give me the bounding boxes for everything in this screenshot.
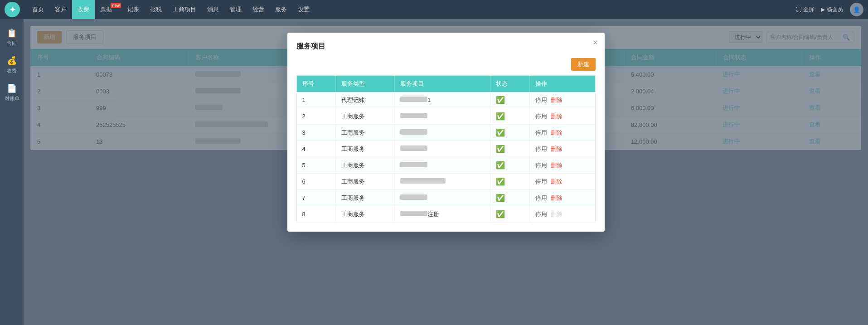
modal-table-row: 2 工商服务 ✅ 停用 删除: [296, 108, 595, 125]
modal-cell-type: 工商服务: [335, 174, 394, 190]
modal-cell-actions: 停用 删除: [529, 174, 595, 190]
nav-message[interactable]: 消息: [202, 0, 224, 19]
delete-button[interactable]: 删除: [551, 97, 563, 103]
modal-cell-type: 工商服务: [335, 206, 394, 223]
modal-table-row: 3 工商服务 ✅ 停用 删除: [296, 125, 595, 141]
modal-cell-index: 4: [296, 141, 335, 157]
nav-items: 首页 客户 收费 票据 new 记账 报税 工商项目 消息 管理 经营 服务 设…: [27, 0, 796, 19]
stop-button[interactable]: 停用: [535, 113, 547, 120]
nav-operation[interactable]: 经营: [247, 0, 270, 19]
delete-button[interactable]: 删除: [551, 162, 563, 169]
stop-button[interactable]: 停用: [535, 97, 547, 103]
delete-button[interactable]: 删除: [551, 146, 563, 152]
modal-new-button[interactable]: 新建: [571, 58, 596, 71]
modal-table-row: 4 工商服务 ✅ 停用 删除: [296, 141, 595, 157]
modal-table-row: 5 工商服务 ✅ 停用 删除: [296, 157, 595, 174]
sidebar-item-fee[interactable]: 💰 收费: [0, 51, 24, 79]
nav-settings[interactable]: 设置: [292, 0, 315, 19]
modal-table: 序号 服务类型 服务项目 状态 操作 1 代理记账 1 ✅ 停用: [296, 75, 596, 223]
modal-cell-index: 6: [296, 174, 335, 190]
modal-cell-type: 工商服务: [335, 141, 394, 157]
fullscreen-button[interactable]: ⛶ 全屏: [796, 6, 814, 14]
modal-table-row: 8 工商服务 注册 ✅ 停用 删除: [296, 206, 595, 223]
modal-toolbar: 新建: [296, 58, 596, 71]
modal-cell-item: [394, 125, 490, 141]
modal-cell-type: 工商服务: [335, 190, 394, 206]
modal-overlay[interactable]: × 服务项目 新建 序号 服务类型 服务项目 状态 操作 1: [24, 19, 868, 325]
status-check-icon: ✅: [496, 145, 505, 153]
status-check-icon: ✅: [496, 96, 505, 104]
status-check-icon: ✅: [496, 194, 505, 202]
modal-cell-item: [394, 190, 490, 206]
modal-cell-type: 工商服务: [335, 157, 394, 174]
stop-button[interactable]: 停用: [535, 178, 547, 185]
modal-col-index: 序号: [296, 76, 335, 92]
modal-cell-status: ✅: [490, 141, 529, 157]
delete-button[interactable]: 删除: [551, 129, 563, 136]
delete-button[interactable]: 删除: [551, 194, 563, 201]
delete-button[interactable]: 删除: [551, 113, 563, 120]
fullscreen-icon: ⛶: [796, 6, 801, 13]
modal-cell-actions: 停用 删除: [529, 206, 595, 223]
new-badge: new: [111, 3, 121, 8]
modal-cell-actions: 停用 删除: [529, 125, 595, 141]
modal-table-row: 7 工商服务 ✅ 停用 删除: [296, 190, 595, 206]
modal-col-status: 状态: [490, 76, 529, 92]
modal-scroll[interactable]: 序号 服务类型 服务项目 状态 操作 1 代理记账 1 ✅ 停用: [296, 75, 596, 223]
modal-cell-status: ✅: [490, 92, 529, 108]
modal-cell-type: 工商服务: [335, 108, 394, 125]
nav-home[interactable]: 首页: [27, 0, 49, 19]
modal-title: 服务项目: [296, 42, 596, 51]
modal-header-row: 序号 服务类型 服务项目 状态 操作: [296, 76, 595, 92]
modal-cell-type: 代理记账: [335, 92, 394, 108]
modal-cell-index: 3: [296, 125, 335, 141]
modal-cell-item: [394, 141, 490, 157]
vip-button[interactable]: ▶ 畅会员: [821, 6, 843, 14]
modal-cell-item: 注册: [394, 206, 490, 223]
stop-button[interactable]: 停用: [535, 162, 547, 169]
nav-fee[interactable]: 收费: [72, 0, 95, 19]
stop-button[interactable]: 停用: [535, 194, 547, 201]
nav-tax[interactable]: 报税: [145, 0, 167, 19]
delete-button[interactable]: 删除: [551, 178, 563, 185]
modal-cell-actions: 停用 删除: [529, 108, 595, 125]
stop-button[interactable]: 停用: [535, 146, 547, 152]
nav-service[interactable]: 服务: [270, 0, 292, 19]
modal-close-button[interactable]: ×: [593, 38, 598, 48]
modal-table-row: 1 代理记账 1 ✅ 停用 删除: [296, 92, 595, 108]
nav-manage[interactable]: 管理: [224, 0, 247, 19]
nav-customer[interactable]: 客户: [49, 0, 72, 19]
modal-cell-index: 1: [296, 92, 335, 108]
modal-cell-index: 8: [296, 206, 335, 223]
statement-icon: 📄: [7, 83, 17, 93]
delete-button[interactable]: 删除: [551, 211, 563, 218]
modal-col-item: 服务项目: [394, 76, 490, 92]
sidebar-item-statement[interactable]: 📄 对账单: [0, 79, 24, 107]
stop-button[interactable]: 停用: [535, 129, 547, 136]
fee-icon: 💰: [7, 56, 17, 66]
nav-invoice[interactable]: 票据 new: [95, 0, 122, 19]
stop-button[interactable]: 停用: [535, 211, 547, 218]
app-logo: ✦: [5, 2, 20, 17]
sidebar-item-contract[interactable]: 📋 合同: [0, 24, 24, 51]
modal-cell-status: ✅: [490, 157, 529, 174]
contract-icon: 📋: [7, 28, 17, 38]
modal-cell-status: ✅: [490, 125, 529, 141]
modal-cell-index: 7: [296, 190, 335, 206]
modal-cell-status: ✅: [490, 206, 529, 223]
nav-right: ⛶ 全屏 ▶ 畅会员 👤: [796, 3, 863, 16]
status-check-icon: ✅: [496, 112, 505, 120]
service-modal: × 服务项目 新建 序号 服务类型 服务项目 状态 操作 1: [287, 33, 605, 232]
modal-cell-item: [394, 108, 490, 125]
nav-business[interactable]: 工商项目: [167, 0, 202, 19]
nav-bookkeeping[interactable]: 记账: [122, 0, 145, 19]
modal-cell-item: [394, 174, 490, 190]
modal-cell-actions: 停用 删除: [529, 157, 595, 174]
modal-cell-status: ✅: [490, 108, 529, 125]
modal-col-action: 操作: [529, 76, 595, 92]
modal-cell-item: [394, 157, 490, 174]
top-nav: ✦ 首页 客户 收费 票据 new 记账 报税 工商项目 消息 管理 经营 服务…: [0, 0, 868, 19]
user-avatar[interactable]: 👤: [850, 3, 863, 16]
modal-cell-actions: 停用 删除: [529, 190, 595, 206]
status-check-icon: ✅: [496, 129, 505, 136]
